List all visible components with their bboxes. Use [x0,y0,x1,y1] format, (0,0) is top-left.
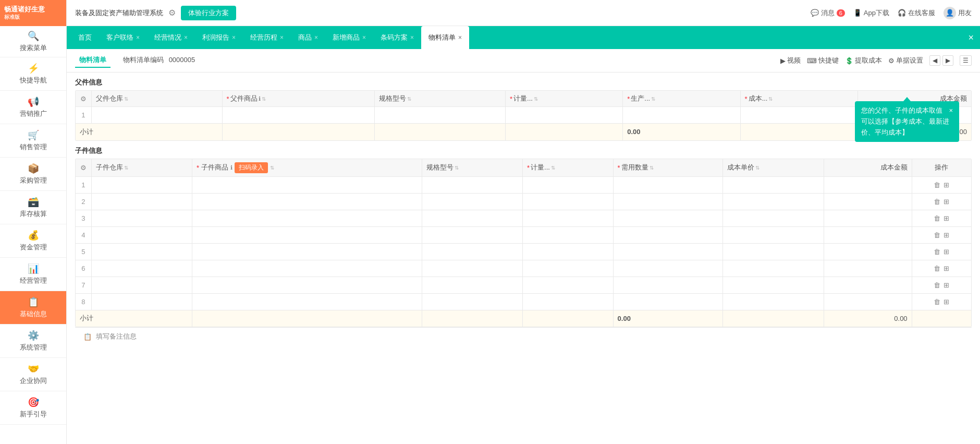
child-goods-cell[interactable] [192,176,422,193]
child-unit-cost-cell[interactable] [723,277,824,293]
delete-icon[interactable]: 🗑 [934,198,940,206]
child-spec-cell[interactable] [422,193,522,210]
child-needed-cell[interactable] [613,176,723,193]
delete-icon[interactable]: 🗑 [934,231,940,239]
tab-profit-close[interactable]: × [232,34,236,41]
child-amount-cell[interactable] [824,226,912,243]
child-warehouse-cell[interactable] [91,277,192,293]
child-unit-cell[interactable] [522,277,613,293]
delete-icon[interactable]: 🗑 [934,265,940,272]
tab-new-goods[interactable]: 新增商品 × [325,26,373,49]
tab-customer[interactable]: 客户联络 × [99,26,147,49]
sidebar-item-enterprise[interactable]: 🤝 企业协同 [0,358,66,391]
parent-goods-cell[interactable] [222,107,375,124]
child-unit-cell[interactable] [522,210,613,226]
sidebar-item-finance[interactable]: 💰 资金管理 [0,224,66,258]
delete-icon[interactable]: 🗑 [934,248,940,256]
child-amount-cell[interactable] [824,243,912,260]
child-unit-cell[interactable] [522,176,613,193]
copy-icon[interactable]: ⊞ [944,198,949,206]
child-amount-cell[interactable] [824,210,912,226]
delete-icon[interactable]: 🗑 [934,181,940,189]
child-needed-cell[interactable] [613,226,723,243]
tab-operations-close[interactable]: × [184,34,188,41]
child-goods-cell[interactable] [192,210,422,226]
tab-history-close[interactable]: × [280,34,284,41]
child-unit-cell[interactable] [522,226,613,243]
tab-goods[interactable]: 商品 × [291,26,325,49]
child-unit-cell[interactable] [522,293,613,310]
list-view-button[interactable]: ☰ [960,55,972,66]
sidebar-item-inventory[interactable]: 🗃️ 库存核算 [0,191,66,224]
delete-icon[interactable]: 🗑 [934,214,940,222]
extract-cost-tool[interactable]: 💲 提取成本 [845,56,882,65]
tab-customer-close[interactable]: × [136,34,140,41]
child-goods-cell[interactable] [192,260,422,277]
tab-operations[interactable]: 经营情况 × [147,26,195,49]
single-settings-tool[interactable]: ⚙ 单据设置 [888,56,923,65]
child-needed-cell[interactable] [613,193,723,210]
copy-icon[interactable]: ⊞ [944,298,949,306]
nav-close-all-button[interactable]: × [962,32,980,43]
tab-history[interactable]: 经营历程 × [243,26,291,49]
shortcut-tool[interactable]: ⌨ 快捷键 [807,56,839,65]
sidebar-item-quick-nav[interactable]: ⚡ 快捷导航 [0,57,66,91]
bottom-note[interactable]: 📋 填写备注信息 [75,327,972,345]
tab-bom[interactable]: 物料清单 × [421,26,469,49]
copy-icon[interactable]: ⊞ [944,181,949,189]
gear-icon[interactable]: ⚙ [168,8,176,18]
child-amount-cell[interactable] [824,260,912,277]
child-goods-cell[interactable] [192,226,422,243]
child-unit-cost-cell[interactable] [723,193,824,210]
child-warehouse-cell[interactable] [91,210,192,226]
copy-icon[interactable]: ⊞ [944,281,949,289]
child-spec-cell[interactable] [422,226,522,243]
child-needed-cell[interactable] [613,293,723,310]
parent-unit-cell[interactable] [506,107,623,124]
tab-profit[interactable]: 利润报告 × [195,26,243,49]
child-spec-cell[interactable] [422,176,522,193]
child-warehouse-cell[interactable] [91,226,192,243]
delete-icon[interactable]: 🗑 [934,298,940,306]
child-unit-cost-cell[interactable] [723,243,824,260]
child-unit-cost-cell[interactable] [723,293,824,310]
message-item[interactable]: 💬 消息 6 [811,8,845,18]
user-item[interactable]: 👤 用友 [944,7,972,19]
child-needed-cell[interactable] [613,277,723,293]
sidebar-item-sales[interactable]: 🛒 销售管理 [0,124,66,158]
child-spec-cell[interactable] [422,260,522,277]
next-arrow-button[interactable]: ▶ [942,55,953,66]
child-amount-cell[interactable] [824,277,912,293]
child-warehouse-cell[interactable] [91,193,192,210]
sidebar-item-purchase[interactable]: 📦 采购管理 [0,158,66,191]
copy-icon[interactable]: ⊞ [944,214,949,222]
child-needed-cell[interactable] [613,260,723,277]
child-unit-cost-cell[interactable] [723,210,824,226]
sidebar-item-marketing[interactable]: 📢 营销推广 [0,91,66,124]
child-spec-cell[interactable] [422,210,522,226]
sidebar-item-operations[interactable]: 📊 经营管理 [0,258,66,291]
tab-new-goods-close[interactable]: × [362,34,366,41]
child-amount-cell[interactable] [824,293,912,310]
sub-tab-bom-list[interactable]: 物料清单 [75,53,111,68]
child-warehouse-cell[interactable] [91,176,192,193]
parent-production-cell[interactable] [623,107,740,124]
child-unit-cell[interactable] [522,260,613,277]
child-unit-cell[interactable] [522,193,613,210]
video-tool[interactable]: ▶ 视频 [780,56,801,65]
child-unit-cost-cell[interactable] [723,226,824,243]
child-goods-cell[interactable] [192,243,422,260]
scan-input-button[interactable]: 扫码录入 [235,162,268,173]
parent-cost-cell[interactable] [740,107,858,124]
child-spec-cell[interactable] [422,243,522,260]
parent-warehouse-cell[interactable] [91,107,222,124]
parent-spec-cell[interactable] [375,107,506,124]
tooltip-close-button[interactable]: × [949,105,953,116]
child-goods-cell[interactable] [192,293,422,310]
child-goods-cell[interactable] [192,277,422,293]
sidebar-item-basic-info[interactable]: 📋 基础信息 [0,291,66,325]
delete-icon[interactable]: 🗑 [934,281,940,289]
tab-barcode-close[interactable]: × [410,34,414,41]
child-unit-cost-cell[interactable] [723,260,824,277]
child-amount-cell[interactable] [824,176,912,193]
